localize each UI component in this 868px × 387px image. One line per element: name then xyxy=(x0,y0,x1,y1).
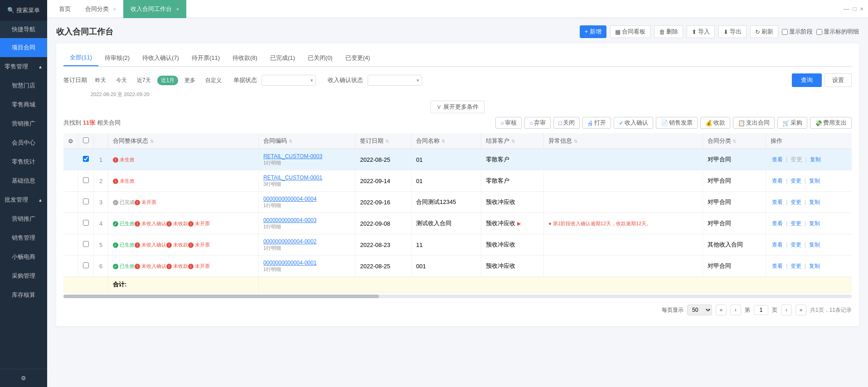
horizontal-scrollbar[interactable] xyxy=(63,295,852,298)
row-checkbox[interactable] xyxy=(83,241,89,247)
filter-option-more[interactable]: 更多 xyxy=(181,76,199,85)
next-page-button[interactable]: › xyxy=(781,305,792,315)
setting-button[interactable]: 设置 xyxy=(824,73,852,87)
select-all-checkbox[interactable] xyxy=(83,137,89,143)
status-tab-pending-review[interactable]: 待审核(2) xyxy=(98,50,136,66)
delete-button[interactable]: 🗑 删除 xyxy=(654,25,683,38)
doc-status-select[interactable] xyxy=(262,75,316,86)
copy-op-button[interactable]: 复制 xyxy=(808,178,821,184)
sidebar-quick-nav[interactable]: 快捷导航 xyxy=(0,21,47,38)
contract-code-link[interactable]: RETAIL_CUSTOM-0001 xyxy=(263,174,322,181)
contract-code-link[interactable]: 0000000000004-0001 xyxy=(263,260,316,266)
scrollbar-thumb[interactable] xyxy=(63,295,379,298)
copy-op-button[interactable]: 复制 xyxy=(808,199,821,205)
change-op-button[interactable]: 变更 xyxy=(789,263,803,269)
page-number-input[interactable] xyxy=(754,305,768,315)
change-op-button[interactable]: 变更 xyxy=(789,178,803,184)
row-checkbox[interactable] xyxy=(83,262,89,268)
col-header-checkbox[interactable] xyxy=(78,133,94,149)
contract-code-link[interactable]: 0000000000004-0003 xyxy=(263,217,316,223)
abandon-button[interactable]: ○ 弃审 xyxy=(524,117,551,129)
window-close-button[interactable]: × xyxy=(860,5,863,12)
change-op-button[interactable]: 变更 xyxy=(789,242,803,248)
income-confirm-button[interactable]: ✓ 收入确认 xyxy=(614,117,653,129)
show-stages-checkbox[interactable]: 显示阶段 xyxy=(782,28,813,36)
tab-contract-category[interactable]: 合同分类 × xyxy=(78,0,123,18)
prev-page-button[interactable]: ‹ xyxy=(730,305,741,315)
cell-setting[interactable] xyxy=(63,149,78,170)
change-op-button[interactable]: 变更 xyxy=(789,199,803,205)
sidebar-item-xiaochang-ecommerce[interactable]: 小畅电商 xyxy=(0,247,47,266)
sidebar-item-member-center[interactable]: 会员中心 xyxy=(0,133,47,152)
sidebar-item-retail-shop[interactable]: 零售商城 xyxy=(0,95,47,114)
row-checkbox[interactable] xyxy=(83,177,89,183)
sidebar-item-marketing2[interactable]: 营销推广 xyxy=(0,209,47,228)
filter-option-yesterday[interactable]: 昨天 xyxy=(92,76,110,85)
contract-code-link[interactable]: 0000000000004-0004 xyxy=(263,196,316,202)
view-op-button[interactable]: 查看 xyxy=(771,156,784,163)
row-checkbox[interactable] xyxy=(83,198,89,204)
contract-board-button[interactable]: ▦ 合同看板 xyxy=(610,25,650,38)
filter-option-1month[interactable]: 近1月 xyxy=(157,76,179,85)
contract-code-link[interactable]: 0000000000004-0002 xyxy=(263,238,316,245)
cell-checkbox[interactable] xyxy=(78,234,94,256)
collect-button[interactable]: 💰 收款 xyxy=(700,117,730,129)
cell-checkbox[interactable] xyxy=(78,256,94,277)
sort-contract-code[interactable]: ⇅ xyxy=(289,139,292,144)
row-checkbox[interactable] xyxy=(83,156,89,162)
change-op-button[interactable]: 变更 xyxy=(789,156,804,163)
status-tab-completed[interactable]: 已完成(1) xyxy=(264,50,301,66)
out-contract-button[interactable]: 📋 支出合同 xyxy=(733,117,775,129)
col-header-contract-code[interactable]: 合同编码 ⇅ xyxy=(258,133,355,149)
sidebar-item-purchase-management[interactable]: 采购管理 xyxy=(0,266,47,285)
sidebar-item-sales-management[interactable]: 销售管理 xyxy=(0,228,47,247)
sidebar-item-retail-management[interactable]: 零售管理 ▲ xyxy=(0,57,47,76)
sidebar-item-retail-stats[interactable]: 零售统计 xyxy=(0,152,47,171)
refresh-button[interactable]: ↻ 刷新 xyxy=(750,25,778,38)
sidebar-item-marketing[interactable]: 营销推广 xyxy=(0,114,47,133)
view-op-button[interactable]: 查看 xyxy=(771,242,784,248)
tab-contract-category-close[interactable]: × xyxy=(113,6,116,12)
col-header-sign-date[interactable]: 签订日期 ⇅ xyxy=(355,133,412,149)
show-details-input[interactable] xyxy=(816,29,822,35)
cell-checkbox[interactable] xyxy=(78,170,94,192)
sales-invoice-button[interactable]: 📄 销售发票 xyxy=(656,117,698,129)
tab-home[interactable]: 首页 xyxy=(52,0,78,18)
status-tab-closed[interactable]: 已关闭(0) xyxy=(301,50,339,66)
view-op-button[interactable]: 查看 xyxy=(771,199,784,205)
change-op-button[interactable]: 变更 xyxy=(789,220,803,227)
cell-checkbox[interactable] xyxy=(78,192,94,213)
review-button[interactable]: ○ 审核 xyxy=(495,117,522,129)
row-checkbox[interactable] xyxy=(83,220,89,226)
sidebar-item-project-contract[interactable]: 项目合同 xyxy=(0,38,47,57)
col-header-settings[interactable]: ⚙ xyxy=(63,133,78,149)
new-button[interactable]: + 新增 xyxy=(580,25,606,38)
cell-setting[interactable] xyxy=(63,256,78,277)
status-tab-pending-payment[interactable]: 待收款(8) xyxy=(226,50,264,66)
col-header-customer[interactable]: 结算客户 ⇅ xyxy=(481,133,544,149)
income-confirm-status-select[interactable] xyxy=(368,75,422,86)
sidebar-item-wholesale-management[interactable]: 批发管理 ▲ xyxy=(0,190,47,209)
filter-option-today[interactable]: 今天 xyxy=(112,76,131,85)
sort-sign-date[interactable]: ⇅ xyxy=(385,139,389,144)
cell-setting[interactable] xyxy=(63,170,78,192)
show-stages-input[interactable] xyxy=(782,29,788,35)
col-header-category[interactable]: 合同分类 ⇅ xyxy=(703,133,766,149)
expand-more-conditions[interactable]: ∨ 展开更多条件 xyxy=(431,101,485,113)
col-header-contract-name[interactable]: 合同名称 ⇅ xyxy=(412,133,481,149)
close-contract-button[interactable]: □ 关闭 xyxy=(553,117,580,129)
cell-setting[interactable] xyxy=(63,234,78,256)
status-tab-pending-income-confirm[interactable]: 待收入确认(7) xyxy=(136,50,185,66)
sort-contract-name[interactable]: ⇅ xyxy=(441,139,445,144)
sort-category[interactable]: ⇅ xyxy=(732,139,736,144)
sidebar-item-basic-info[interactable]: 基础信息 xyxy=(0,171,47,190)
copy-op-button[interactable]: 复制 xyxy=(808,220,821,227)
status-tab-pending-invoice[interactable]: 待开票(11) xyxy=(185,50,226,66)
copy-op-button[interactable]: 复制 xyxy=(808,242,821,248)
last-page-button[interactable]: » xyxy=(795,305,806,315)
first-page-button[interactable]: « xyxy=(716,305,727,315)
tab-income-workbench-close[interactable]: × xyxy=(176,6,179,12)
expense-out-button[interactable]: 💸 费用支出 xyxy=(810,117,852,129)
show-details-checkbox[interactable]: 显示标的明细 xyxy=(816,28,859,36)
maximize-button[interactable]: □ xyxy=(853,5,857,12)
